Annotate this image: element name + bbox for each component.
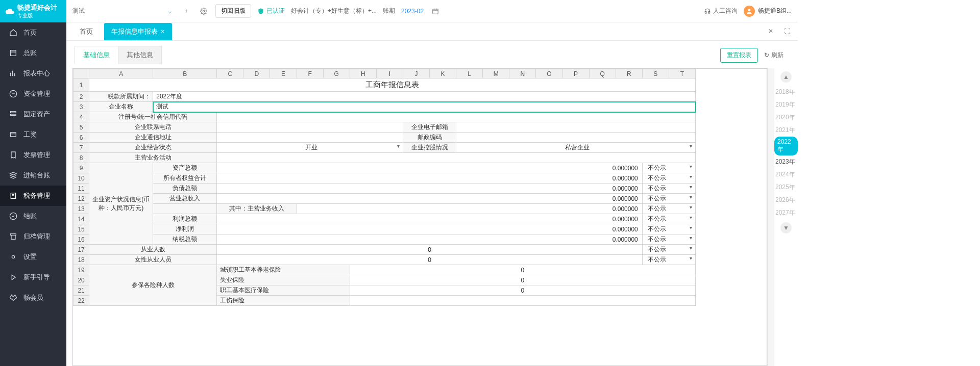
- col-header[interactable]: H: [350, 69, 376, 79]
- sidebar-item-13[interactable]: 畅会员: [0, 287, 66, 308]
- year-2021年[interactable]: 2021年: [774, 124, 798, 137]
- col-header[interactable]: F: [297, 69, 323, 79]
- sidebar-item-label: 设置: [23, 252, 37, 262]
- year-2025年[interactable]: 2025年: [774, 181, 798, 194]
- tax-icon: [9, 192, 17, 200]
- rail-up-icon[interactable]: ▲: [780, 71, 792, 83]
- biz-status-select[interactable]: 开业: [217, 143, 403, 153]
- year-2026年[interactable]: 2026年: [774, 194, 798, 206]
- col-header[interactable]: S: [642, 69, 669, 79]
- sidebar-item-label: 归档管理: [23, 232, 50, 241]
- col-header[interactable]: A: [89, 69, 153, 79]
- col-header[interactable]: E: [270, 69, 297, 79]
- sidebar-item-5[interactable]: 工资: [0, 124, 66, 145]
- publish-select[interactable]: 不公示: [642, 163, 695, 173]
- vertical-scrollbar[interactable]: [767, 68, 774, 366]
- col-header[interactable]: D: [243, 69, 270, 79]
- col-header[interactable]: T: [669, 69, 695, 79]
- sidebar-item-label: 固定资产: [23, 110, 50, 119]
- year-2022年[interactable]: 2022年: [774, 137, 798, 155]
- switch-old-button[interactable]: 切回旧版: [215, 4, 251, 18]
- sidebar-item-0[interactable]: 首页: [0, 22, 66, 43]
- publish-select[interactable]: 不公示: [642, 204, 695, 214]
- reset-button[interactable]: 重置报表: [720, 48, 758, 63]
- publish-select[interactable]: 不公示: [642, 184, 695, 194]
- col-header[interactable]: C: [217, 69, 243, 79]
- product-combo: 好会计（专）+好生意（标）+...: [291, 7, 377, 15]
- refresh-button[interactable]: ↻ 刷新: [764, 51, 783, 60]
- subtab-other[interactable]: 其他信息: [118, 46, 162, 64]
- sidebar-item-label: 新手引导: [23, 273, 50, 282]
- year-2019年[interactable]: 2019年: [774, 98, 798, 111]
- sidebar-item-4[interactable]: 固定资产: [0, 104, 66, 124]
- sidebar-item-label: 首页: [23, 28, 37, 37]
- ai-assist-button[interactable]: 人工咨询: [704, 7, 738, 15]
- col-header[interactable]: M: [483, 69, 509, 79]
- sidebar-item-11[interactable]: 设置: [0, 247, 66, 267]
- gear-icon[interactable]: [198, 6, 209, 17]
- fullscreen-icon[interactable]: ⛶: [781, 25, 793, 37]
- tax-period[interactable]: 2022年度: [153, 92, 696, 102]
- sidebar-item-7[interactable]: 进销台账: [0, 165, 66, 186]
- col-header[interactable]: G: [323, 69, 350, 79]
- col-header[interactable]: Q: [589, 69, 616, 79]
- publish-select[interactable]: 不公示: [642, 234, 695, 245]
- sidebar-item-label: 总账: [23, 48, 37, 58]
- sidebar-item-label: 结账: [23, 212, 37, 221]
- subtab-basic[interactable]: 基础信息: [75, 46, 118, 64]
- company-selector[interactable]: 测试 ⌵: [72, 7, 175, 15]
- publish-select[interactable]: 不公示: [642, 224, 695, 234]
- stock-icon: [9, 171, 17, 179]
- spreadsheet[interactable]: ABCDEFGHIJKLMNOPQRST1工商年报信息表2税款所属期间：2022…: [72, 68, 767, 366]
- add-icon[interactable]: ＋: [181, 6, 192, 17]
- period-value[interactable]: 2023-02: [401, 8, 424, 15]
- company-name-cell[interactable]: 测试: [153, 102, 696, 112]
- sidebar-item-label: 工资: [23, 130, 37, 139]
- sidebar: 畅捷通好会计 专业版 首页总账报表中心资金管理固定资产工资发票管理进销台账税务管…: [0, 0, 66, 366]
- col-header[interactable]: N: [509, 69, 536, 79]
- tab-home[interactable]: 首页: [72, 23, 100, 40]
- sidebar-item-2[interactable]: 报表中心: [0, 63, 66, 84]
- sidebar-item-10[interactable]: 归档管理: [0, 226, 66, 247]
- sidebar-item-1[interactable]: 总账: [0, 43, 66, 63]
- publish-select[interactable]: 不公示: [642, 173, 695, 184]
- year-2027年[interactable]: 2027年: [774, 206, 798, 219]
- col-header[interactable]: B: [153, 69, 217, 79]
- col-header[interactable]: O: [536, 69, 562, 79]
- calendar-icon[interactable]: [430, 6, 441, 17]
- avatar: [744, 6, 755, 17]
- rail-down-icon[interactable]: ▼: [780, 222, 792, 233]
- col-header[interactable]: R: [616, 69, 642, 79]
- col-header[interactable]: L: [456, 69, 483, 79]
- sidebar-item-label: 税务管理: [23, 191, 50, 200]
- vip-icon: [9, 294, 17, 302]
- year-2024年[interactable]: 2024年: [774, 168, 798, 181]
- sidebar-item-12[interactable]: 新手引导: [0, 267, 66, 287]
- cloud-icon: [5, 7, 14, 16]
- close-all-icon[interactable]: ✕: [765, 25, 776, 37]
- svg-rect-1: [433, 9, 438, 13]
- col-header[interactable]: J: [403, 69, 429, 79]
- svg-point-0: [203, 10, 205, 12]
- sidebar-item-8[interactable]: 税务管理: [0, 186, 66, 206]
- holding-select[interactable]: 私营企业: [456, 143, 696, 153]
- year-2018年[interactable]: 2018年: [774, 86, 798, 98]
- sheet-title: 工商年报信息表: [89, 79, 696, 92]
- col-header[interactable]: [74, 69, 89, 79]
- insurance-group-label: 参保各险种人数: [89, 265, 217, 306]
- publish-select[interactable]: 不公示: [642, 194, 695, 204]
- sidebar-item-3[interactable]: 资金管理: [0, 84, 66, 104]
- col-header[interactable]: P: [562, 69, 589, 79]
- col-header[interactable]: I: [376, 69, 403, 79]
- tab-annual-report[interactable]: 年报信息申报表×: [104, 23, 172, 40]
- close-icon[interactable]: ×: [161, 28, 165, 35]
- publish-select[interactable]: 不公示: [642, 214, 695, 224]
- sidebar-item-6[interactable]: 发票管理: [0, 145, 66, 165]
- asset-group-label: 企业资产状况信息(币种：人民币万元): [89, 163, 153, 245]
- year-2020年[interactable]: 2020年: [774, 111, 798, 124]
- sidebar-item-9[interactable]: 结账: [0, 206, 66, 226]
- user-chip[interactable]: 畅捷通B组...: [744, 6, 792, 17]
- year-2023年[interactable]: 2023年: [774, 155, 798, 168]
- credit-code-cell[interactable]: [217, 112, 696, 122]
- col-header[interactable]: K: [430, 69, 456, 79]
